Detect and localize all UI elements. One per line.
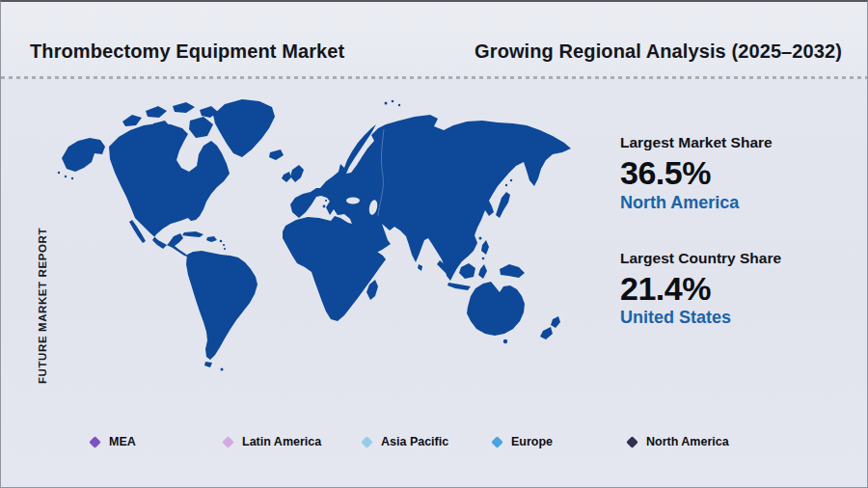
north-america-shape <box>109 102 230 258</box>
legend-label: Latin America <box>242 435 321 448</box>
stat-region: United States <box>620 308 861 328</box>
stat-label: Largest Market Share <box>620 134 861 151</box>
diamond-icon <box>491 436 503 448</box>
south-america-shape <box>186 251 258 371</box>
legend-item-latin-america: Latin America <box>222 433 321 450</box>
legend-item-mea: MEA <box>89 433 136 450</box>
stat-region: North America <box>620 193 861 213</box>
diamond-icon <box>222 436 234 448</box>
legend-item-europe: Europe <box>491 433 553 450</box>
legend-label: North America <box>646 435 729 448</box>
legend-item-asia-pacific: Asia Pacific <box>361 433 448 450</box>
legend-item-north-america: North America <box>626 433 729 450</box>
stat-country-share: Largest Country Share 21.4% United State… <box>620 250 861 329</box>
stat-label: Largest Country Share <box>620 250 861 267</box>
diamond-icon <box>361 436 373 448</box>
infographic: Thrombectomy Equipment Market Growing Re… <box>0 0 868 488</box>
world-map-landmass <box>58 99 571 371</box>
legend-label: Asia Pacific <box>381 435 448 448</box>
diamond-icon <box>626 436 638 448</box>
stat-market-share: Largest Market Share 36.5% North America <box>620 134 861 213</box>
stat-value: 21.4% <box>620 272 861 307</box>
legend-label: Europe <box>511 435 553 448</box>
legend: MEA Latin America Asia Pacific Europe No… <box>1 433 868 452</box>
greenland-shape <box>213 99 284 160</box>
stat-value: 36.5% <box>620 156 861 191</box>
alaska-shape <box>58 138 105 179</box>
diamond-icon <box>89 436 101 448</box>
legend-label: MEA <box>109 435 136 448</box>
stats-panel: Largest Market Share 36.5% North America… <box>620 134 861 328</box>
